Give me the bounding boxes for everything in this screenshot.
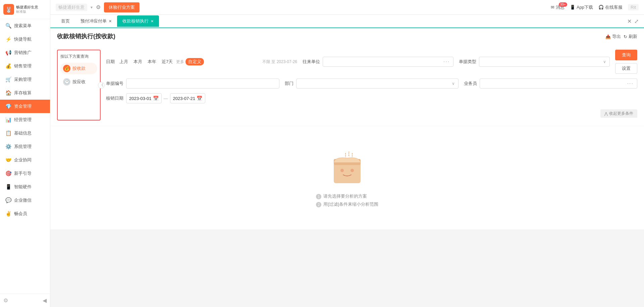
dept-select[interactable]: ∨ — [296, 79, 458, 89]
date-this-year[interactable]: 本年 — [146, 58, 158, 65]
tab-home[interactable]: 首页 — [56, 15, 75, 27]
topbar-brand: 畅捷通好生意 — [56, 4, 87, 11]
verify-date-start[interactable]: 2023-03-01 📅 — [126, 93, 162, 103]
page-title: 收款核销执行(按收款) — [57, 32, 115, 44]
sidebar-item-purchase[interactable]: 🛒 采购管理 — [0, 73, 50, 86]
empty-svg — [324, 146, 371, 187]
sidebar-item-hardware[interactable]: 📱 智能硬件 — [0, 180, 50, 194]
query-button[interactable]: 查询 — [615, 50, 637, 60]
start-calendar-icon: 📅 — [153, 96, 159, 101]
sidebar-item-search-menu[interactable]: 🔍 搜索菜单 — [0, 19, 50, 33]
counterpart-select[interactable]: ··· — [323, 57, 453, 67]
sidebar-item-quick-nav[interactable]: ⚡ 快捷导航 — [0, 33, 50, 46]
sidebar: 🐰 畅捷通好生意 标准版 🔍 搜索菜单 ⚡ 快捷导航 📢 营销推广 💰 销售管理… — [0, 0, 50, 307]
sidebar-menu: 🔍 搜索菜单 ⚡ 快捷导航 📢 营销推广 💰 销售管理 🛒 采购管理 🏠 库存核… — [0, 19, 50, 294]
tab-receipt-verify-close[interactable]: ✕ — [151, 19, 154, 23]
date-last-month[interactable]: 上月 — [117, 58, 130, 65]
sidebar-item-sales[interactable]: 💰 销售管理 — [0, 59, 50, 73]
filter-field-date: 日期 上月 本月 本年 近7天 更多 自定义 — [106, 58, 257, 65]
refresh-icon: ↻ — [624, 34, 627, 39]
sidebar-item-business[interactable]: 📊 经营管理 — [0, 113, 50, 126]
sidebar-item-member[interactable]: ✌️ 畅会员 — [0, 207, 50, 220]
filter-form: 日期 上月 本月 本年 近7天 更多 自定义 不限 至 2023-07-26 — [106, 50, 637, 120]
svg-point-2 — [340, 169, 344, 172]
sidebar-item-marketing[interactable]: 📢 营销推广 — [0, 46, 50, 59]
export-icon: 📤 — [605, 34, 611, 39]
filter-field-verify-date: 核销日期 2023-03-01 📅 — 2023-07-21 📅 — [106, 93, 240, 103]
tab-expand-icon[interactable]: ⤢ — [634, 18, 639, 24]
filter-option-by-receivable[interactable]: 🕐 按应收 — [60, 76, 97, 88]
content-body: 1 请先选择要分析的方案 2 用[过滤]条件来缩小分析范围 — [50, 126, 644, 229]
filter-field-counterpart: 往来单位 ··· — [303, 57, 453, 67]
industry-solution-button[interactable]: 休验行业方案 — [104, 2, 140, 12]
filter-field-doc-no: 单据编号 — [106, 79, 279, 89]
sidebar-item-enterprise[interactable]: 🤝 企业协同 — [0, 153, 50, 167]
date-label: 日期 — [106, 59, 115, 65]
message-icon: ✉ — [551, 5, 554, 10]
filter-row-3: 核销日期 2023-03-01 📅 — 2023-07-21 📅 — [106, 93, 637, 103]
dept-arrow: ∨ — [452, 81, 455, 86]
svg-point-3 — [351, 169, 354, 172]
verify-date-label: 核销日期 — [106, 95, 123, 101]
export-button[interactable]: 📤 导出 — [605, 34, 621, 40]
refresh-button[interactable]: ↻ 刷新 — [624, 34, 637, 40]
filter-actions: 查询 设置 — [615, 50, 637, 74]
collapse-up-icon: ⋀ — [604, 111, 608, 116]
page-header: 收款核销执行(按收款) 📤 导出 ↻ 刷新 — [50, 28, 644, 44]
guide-icon: 🎯 — [5, 170, 11, 176]
step-1-text: 请先选择要分析的方案 — [323, 193, 367, 199]
topbar-left: 畅捷通好生意 ▾ ⚙ 休验行业方案 — [56, 2, 140, 12]
date-7days[interactable]: 近7天 — [160, 58, 175, 65]
tab-prepay[interactable]: 预付冲应付单 ✕ — [75, 15, 117, 27]
filter-option-by-receipt[interactable]: 💰 按收款 — [60, 63, 97, 74]
date-custom[interactable]: 自定义 — [185, 58, 204, 65]
topbar-app-download[interactable]: 📱 App下载 — [570, 4, 593, 10]
tab-receipt-verify[interactable]: 收款核销执行 ✕ — [117, 15, 159, 27]
filter-sidebar-title: 按以下方案查询 — [60, 54, 97, 59]
basic-icon: 📋 — [5, 130, 11, 136]
doc-no-input[interactable] — [126, 79, 279, 89]
collapse-more-button[interactable]: ⋀ 收起更多条件 — [600, 109, 637, 118]
date-unlimited-display: 不限 至 2023-07-26 — [262, 59, 297, 65]
sidebar-item-basic[interactable]: 📋 基础信息 — [0, 126, 50, 140]
filter-sidebar-collapse-button[interactable]: 《 — [98, 82, 105, 89]
inventory-icon: 🏠 — [5, 90, 11, 96]
topbar-dropdown-arrow[interactable]: ▾ — [91, 5, 93, 10]
svg-rect-0 — [334, 163, 361, 183]
step-2-num: 2 — [316, 202, 321, 207]
sidebar-item-guide[interactable]: 🎯 新手引导 — [0, 167, 50, 180]
counterpart-dots: ··· — [443, 59, 450, 65]
tab-prepay-close[interactable]: ✕ — [109, 19, 112, 23]
settings-button[interactable]: 设置 — [615, 63, 637, 74]
enterprise-icon: 🤝 — [5, 157, 11, 163]
empty-step-1: 1 请先选择要分析的方案 — [316, 193, 378, 199]
search-menu-icon: 🔍 — [5, 23, 11, 29]
capital-icon: 💎 — [5, 103, 11, 109]
tab-close-all-icon[interactable]: ✕ — [627, 18, 632, 24]
topbar-online-service[interactable]: 🎧 在线客服 — [598, 4, 623, 10]
topbar-gear-icon[interactable]: ⚙ — [96, 4, 101, 10]
sidebar-item-wechat[interactable]: 💬 企业微信 — [0, 194, 50, 207]
sidebar-settings-icon[interactable]: ⚙ — [3, 297, 8, 304]
staff-select[interactable]: ··· — [480, 79, 637, 89]
date-this-month[interactable]: 本月 — [131, 58, 144, 65]
verify-date-end[interactable]: 2023-07-21 📅 — [170, 93, 206, 103]
empty-illustration — [324, 146, 371, 187]
message-badge: 99+ — [559, 2, 567, 7]
empty-state: 1 请先选择要分析的方案 2 用[过滤]条件来缩小分析范围 — [50, 126, 644, 229]
system-icon: ⚙️ — [5, 144, 11, 150]
sidebar-item-system[interactable]: ⚙️ 系统管理 — [0, 140, 50, 153]
sidebar-collapse-icon[interactable]: ◀ — [43, 297, 47, 304]
main-area: 畅捷通好生意 ▾ ⚙ 休验行业方案 ✉ 消息 99+ 📱 App下载 🎧 在线客… — [50, 0, 644, 307]
sidebar-logo: 🐰 畅捷通好生意 标准版 — [0, 0, 50, 19]
step-1-num: 1 — [316, 194, 321, 199]
topbar-message[interactable]: ✉ 消息 99+ — [551, 4, 565, 10]
step-2-text: 用[过滤]条件来缩小分析范围 — [323, 201, 378, 207]
quick-nav-icon: ⚡ — [5, 36, 11, 42]
doc-type-select[interactable]: ∨ — [479, 57, 610, 67]
topbar-user: Rit — [628, 4, 639, 10]
logo-text: 畅捷通好生意 标准版 — [16, 5, 38, 14]
sidebar-item-inventory[interactable]: 🏠 库存核算 — [0, 86, 50, 100]
sidebar-item-capital[interactable]: 💎 资金管理 — [0, 100, 50, 113]
hardware-icon: 📱 — [5, 184, 11, 190]
